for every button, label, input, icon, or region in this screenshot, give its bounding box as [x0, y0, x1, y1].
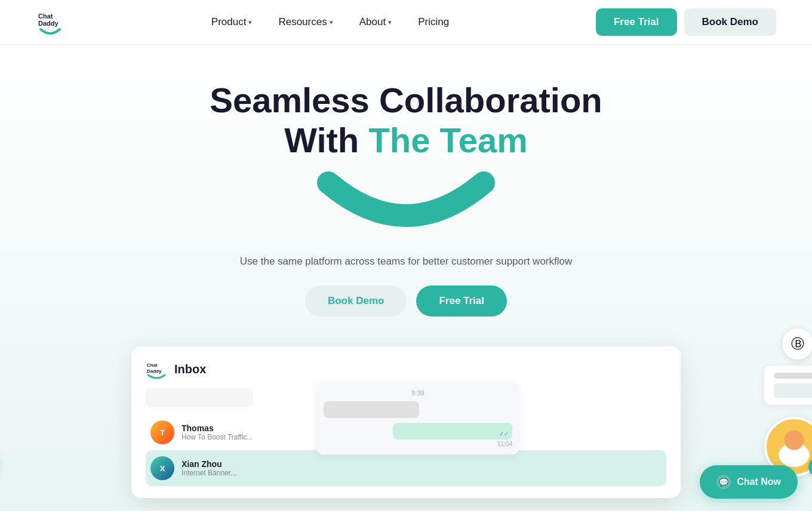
navbar: Chat Daddy Product ▾ Resources ▾ About ▾…: [0, 0, 812, 45]
logo[interactable]: Chat Daddy: [36, 8, 64, 36]
chat-now-button[interactable]: 💬 Chat Now: [700, 465, 798, 499]
chevron-down-icon: ▾: [248, 19, 252, 26]
chat-bubble-received: [324, 401, 419, 418]
chat-timestamp: 9:39: [324, 389, 512, 397]
contact-name-xian: Xian Zhou: [182, 459, 662, 469]
free-trial-button[interactable]: Free Trial: [596, 8, 677, 36]
svg-point-6: [784, 431, 804, 450]
inbox-logo-icon: Chat Daddy: [146, 358, 167, 380]
whatsapp-icon: 💬: [719, 478, 728, 487]
hero-title-accent: The Team: [368, 121, 527, 159]
message-tick-icon: ✓✓: [499, 431, 509, 437]
nav-resources[interactable]: Resources ▾: [267, 10, 343, 34]
svg-text:Daddy: Daddy: [38, 20, 59, 27]
chat-now-label: Chat Now: [737, 477, 781, 487]
hero-subtitle: Use the same platform across teams for b…: [240, 256, 572, 268]
nav-resources-label: Resources: [278, 16, 327, 28]
right-text-placeholder1: [774, 373, 812, 379]
chevron-down-icon: ▾: [388, 19, 392, 26]
inbox-item-xian-info: Xian Zhou Internet Banner...: [182, 459, 662, 477]
inbox-header: Chat Daddy Inbox: [146, 358, 666, 380]
hero-section: Seamless Collaboration With The Team Use…: [0, 45, 812, 511]
nav-pricing-label: Pricing: [418, 16, 449, 28]
book-demo-nav-button[interactable]: Book Demo: [684, 8, 776, 36]
hero-title-line2-plain: With: [284, 121, 368, 159]
nav-about[interactable]: About ▾: [349, 10, 402, 34]
right-text-block: [764, 365, 812, 405]
right-panel: Ⓑ 💬: [764, 328, 812, 477]
inbox-search-bar[interactable]: [146, 388, 253, 407]
nav-pricing[interactable]: Pricing: [407, 10, 460, 34]
hero-title: Seamless Collaboration With The Team: [210, 81, 602, 160]
avatar-xian: X: [150, 456, 174, 480]
chat-panel: 9:39 ✓✓ 11:04: [316, 382, 519, 454]
hero-free-trial-button[interactable]: Free Trial: [416, 285, 507, 317]
avatar-thomas: T: [150, 420, 174, 444]
chevron-down-icon: ▾: [330, 19, 333, 26]
nav-actions: Free Trial Book Demo: [596, 8, 776, 36]
inbox-card: Chat Daddy Inbox T Thomas How To Boost T…: [131, 346, 681, 498]
chatdaddy-logo-icon: Chat Daddy: [36, 8, 64, 36]
nav-links: Product ▾ Resources ▾ About ▾ Pricing: [201, 10, 460, 34]
demo-area: 💬 Chat Daddy Inbox T Thomas How To Boost…: [12, 346, 800, 498]
nav-product[interactable]: Product ▾: [201, 10, 263, 34]
contact-preview-xian: Internet Banner...: [182, 469, 662, 477]
inbox-item-xian[interactable]: X Xian Zhou Internet Banner...: [146, 450, 666, 486]
svg-text:Daddy: Daddy: [147, 368, 162, 374]
hero-book-demo-button[interactable]: Book Demo: [305, 285, 407, 317]
chat-sent-time: 11:04: [324, 441, 512, 447]
chat-bubble-sent: ✓✓: [393, 423, 512, 440]
nav-about-label: About: [359, 16, 386, 28]
smile-graphic: [316, 171, 496, 245]
nav-product-label: Product: [211, 16, 247, 28]
svg-text:Chat: Chat: [147, 363, 158, 368]
tiktok-icon-wrap: Ⓑ: [782, 328, 812, 360]
svg-text:Chat: Chat: [38, 13, 53, 20]
inbox-title: Inbox: [174, 363, 206, 376]
hero-buttons: Book Demo Free Trial: [305, 285, 507, 317]
right-text-placeholder2: [774, 383, 812, 398]
hero-title-line1: Seamless Collaboration: [210, 81, 602, 119]
chat-now-icon: 💬: [716, 475, 731, 489]
tiktok-icon: Ⓑ: [791, 335, 804, 353]
